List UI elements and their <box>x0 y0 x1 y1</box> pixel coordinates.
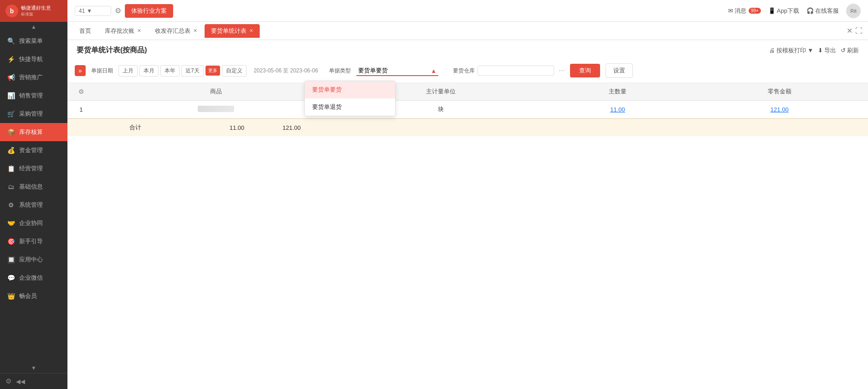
sidebar-label-quick-nav: 快捷导航 <box>19 55 43 63</box>
row-qty[interactable]: 11.00 <box>544 101 691 118</box>
finance-icon: 💰 <box>6 146 15 155</box>
page-actions: 🖨 按模板打印 ▼ ⬇ 导出 ↺ 刷新 <box>769 46 859 55</box>
company-selector-value: 41 <box>79 8 85 14</box>
sidebar-item-quick-nav[interactable]: ⚡ 快捷导航 <box>0 50 67 68</box>
tab-inventory-batch-close[interactable]: ✕ <box>137 28 141 34</box>
warehouse-input[interactable] <box>478 66 554 76</box>
topbar-left: 41 ▼ ⚙ 体验行业方案 <box>75 4 723 18</box>
sidebar-scroll-down[interactable]: ▼ <box>0 363 67 373</box>
col-amount: 零售金额 <box>691 83 868 101</box>
purchase-icon: 🛒 <box>6 109 15 118</box>
sidebar-label-finance: 资金管理 <box>19 146 43 154</box>
col-product: 商品 <box>95 83 337 101</box>
filter-more-dots[interactable]: ··· <box>559 67 565 75</box>
tab-receive-summary[interactable]: 收发存汇总表 ✕ <box>149 24 204 38</box>
sidebar-label-guide: 新手引导 <box>19 237 43 246</box>
inventory-icon: 📦 <box>6 128 15 137</box>
print-template-button[interactable]: 🖨 按模板打印 ▼ <box>769 46 813 55</box>
apps-icon: 🔲 <box>6 255 15 264</box>
sidebar: b 畅捷通好生意 标准版 ▲ 🔍 搜索菜单 ⚡ 快捷导航 📢 营销推广 📊 销售… <box>0 0 67 389</box>
tab-receive-summary-close[interactable]: ✕ <box>193 28 197 34</box>
tab-expand[interactable]: ⛶ <box>855 27 863 35</box>
filter-expand-button[interactable]: » <box>75 65 86 76</box>
app-name: 畅捷通好生意 <box>21 5 51 11</box>
logo-icon: b <box>5 5 18 17</box>
messages-button[interactable]: ✉ 消息 99+ <box>728 7 761 15</box>
sidebar-settings-icon[interactable]: ⚙ <box>5 377 11 385</box>
tab-inventory-batch-label: 库存批次账 <box>105 27 134 35</box>
sidebar-item-operations[interactable]: 📋 经营管理 <box>0 159 67 178</box>
sidebar-item-marketing[interactable]: 📢 营销推广 <box>0 68 67 87</box>
trial-button[interactable]: 体验行业方案 <box>125 4 173 18</box>
tab-home[interactable]: 首页 <box>73 24 98 38</box>
app-logo: b 畅捷通好生意 标准版 <box>0 0 67 22</box>
sidebar-item-apps[interactable]: 🔲 应用中心 <box>0 251 67 269</box>
print-icon: 🖨 <box>769 47 775 54</box>
online-service-button[interactable]: 🎧 在线客服 <box>806 7 839 15</box>
sidebar-item-basic[interactable]: 🗂 基础信息 <box>0 178 67 196</box>
sidebar-label-purchase: 采购管理 <box>19 110 43 118</box>
date-preset-more[interactable]: 更多 <box>205 66 220 76</box>
guide-icon: 🎯 <box>6 237 15 246</box>
date-preset-7days[interactable]: 近7天 <box>181 65 204 77</box>
type-label: 单据类型 <box>329 67 351 75</box>
settings-gear-icon[interactable]: ⚙ <box>115 6 121 15</box>
tab-order-stats[interactable]: 要货单统计表 ✕ <box>205 24 260 38</box>
topbar-right: ✉ 消息 99+ 📱 App下载 🎧 在线客服 Rit <box>728 4 861 18</box>
tab-inventory-batch[interactable]: 库存批次账 ✕ <box>98 24 148 38</box>
sidebar-item-purchase[interactable]: 🛒 采购管理 <box>0 105 67 123</box>
query-button[interactable]: 查询 <box>570 64 600 77</box>
sidebar-item-members[interactable]: 👑 畅会员 <box>0 287 67 305</box>
tab-receive-summary-label: 收发存汇总表 <box>155 27 190 35</box>
date-label: 单据日期 <box>91 67 113 75</box>
date-preset-last-month[interactable]: 上月 <box>118 65 138 77</box>
page-title: 要货单统计表(按商品) <box>77 46 147 55</box>
company-selector[interactable]: 41 ▼ <box>75 6 111 16</box>
date-preset-custom[interactable]: 自定义 <box>222 65 247 77</box>
total-label: 合计 <box>129 124 141 131</box>
sidebar-label-apps: 应用中心 <box>19 256 43 264</box>
tab-close-all[interactable]: ✕ <box>847 26 853 35</box>
dropdown-option-order-return[interactable]: 要货单退货 <box>305 98 395 116</box>
sidebar-label-enterprise: 企业协同 <box>19 219 43 227</box>
sidebar-item-finance[interactable]: 💰 资金管理 <box>0 141 67 159</box>
data-table: ⚙ 商品 主计量单位 主数量 零售金额 <box>67 83 868 118</box>
type-select[interactable]: 要货单要货 要货单退货 <box>356 66 438 76</box>
enterprise-icon: 🤝 <box>6 219 15 228</box>
sidebar-nav: 🔍 搜索菜单 ⚡ 快捷导航 📢 营销推广 📊 销售管理 🛒 采购管理 📦 库存核… <box>0 32 67 363</box>
app-edition: 标准版 <box>21 11 51 17</box>
sidebar-item-search[interactable]: 🔍 搜索菜单 <box>0 32 67 50</box>
sidebar-item-sales[interactable]: 📊 销售管理 <box>0 87 67 105</box>
user-avatar[interactable]: Rit <box>846 4 861 18</box>
sidebar-item-inventory[interactable]: 📦 库存核算 <box>0 123 67 141</box>
dropdown-option-order-goods[interactable]: 要货单要货 <box>305 81 395 98</box>
export-button[interactable]: ⬇ 导出 <box>818 46 836 55</box>
settings-button[interactable]: 设置 <box>606 63 633 78</box>
app-download-button[interactable]: 📱 App下载 <box>768 7 799 15</box>
basic-icon: 🗂 <box>6 182 15 191</box>
topbar: 41 ▼ ⚙ 体验行业方案 ✉ 消息 99+ 📱 App下载 🎧 在线客服 Ri… <box>67 0 868 22</box>
date-presets: 上月 本月 本年 近7天 更多 自定义 <box>118 65 247 77</box>
online-service-label: 在线客服 <box>815 7 839 15</box>
sidebar-item-guide[interactable]: 🎯 新手引导 <box>0 232 67 251</box>
sidebar-item-enterprise[interactable]: 🤝 企业协同 <box>0 214 67 232</box>
row-amount[interactable]: 121.00 <box>691 101 868 118</box>
sidebar-label-marketing: 营销推广 <box>19 73 43 82</box>
sales-icon: 📊 <box>6 91 15 100</box>
warehouse-label: 要货仓库 <box>453 67 475 75</box>
sidebar-item-wechat[interactable]: 💬 企业微信 <box>0 269 67 287</box>
date-preset-this-year[interactable]: 本年 <box>160 65 180 77</box>
table-settings-icon[interactable]: ⚙ <box>78 88 84 95</box>
tab-order-stats-close[interactable]: ✕ <box>249 28 253 34</box>
members-icon: 👑 <box>6 292 15 301</box>
sidebar-item-system[interactable]: ⚙ 系统管理 <box>0 196 67 214</box>
tabs-end: ✕ ⛶ <box>847 26 863 35</box>
refresh-button[interactable]: ↺ 刷新 <box>841 46 859 55</box>
footer-total-amount: 121.00 <box>264 124 319 131</box>
sidebar-scroll-up[interactable]: ▲ <box>0 22 67 32</box>
sidebar-collapse-icon[interactable]: ◀◀ <box>16 378 25 385</box>
date-preset-this-month[interactable]: 本月 <box>139 65 159 77</box>
refresh-icon: ↺ <box>841 47 846 54</box>
sidebar-label-inventory: 库存核算 <box>19 128 43 136</box>
sidebar-label-sales: 销售管理 <box>19 92 43 100</box>
